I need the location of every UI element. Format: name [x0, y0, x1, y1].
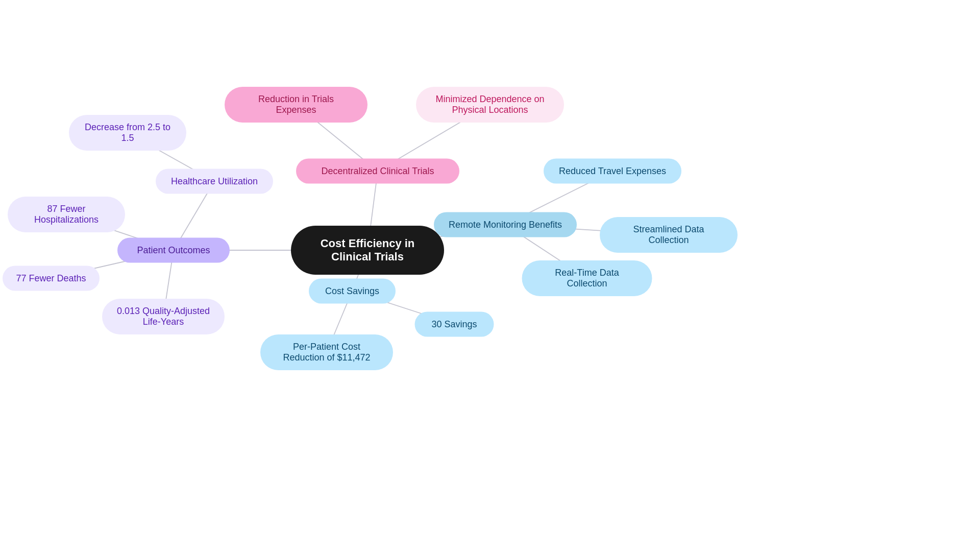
node-realtime: Real-Time Data Collection: [522, 260, 652, 296]
node-center: Cost Efficiency in Clinical Trials: [291, 226, 444, 275]
node-minimized_dependence: Minimized Dependence on Physical Locatio…: [416, 87, 564, 123]
node-remote_monitoring: Remote Monitoring Benefits: [434, 212, 577, 237]
node-label-streamlined: Streamlined Data Collection: [612, 224, 725, 246]
node-label-realtime: Real-Time Data Collection: [534, 268, 640, 289]
node-fewer_deaths: 77 Fewer Deaths: [3, 266, 100, 291]
node-label-decentralized: Decentralized Clinical Trials: [321, 166, 434, 177]
node-label-minimized_dependence: Minimized Dependence on Physical Locatio…: [428, 94, 552, 115]
node-label-cost_savings: Cost Savings: [325, 286, 379, 297]
node-patient_outcomes: Patient Outcomes: [117, 238, 230, 263]
node-label-thirty_savings: 30 Savings: [431, 319, 477, 330]
node-label-remote_monitoring: Remote Monitoring Benefits: [449, 220, 562, 230]
node-reduced_travel: Reduced Travel Expenses: [544, 159, 681, 184]
node-reduction_trials: Reduction in Trials Expenses: [225, 87, 368, 123]
node-decentralized: Decentralized Clinical Trials: [296, 159, 459, 184]
node-label-reduction_trials: Reduction in Trials Expenses: [237, 94, 355, 115]
node-label-center: Cost Efficiency in Clinical Trials: [311, 237, 424, 263]
node-label-healthcare_util: Healthcare Utilization: [171, 176, 258, 187]
node-label-fewer_hosp: 87 Fewer Hospitalizations: [20, 204, 113, 225]
node-label-reduced_travel: Reduced Travel Expenses: [559, 166, 666, 177]
node-label-decrease: Decrease from 2.5 to 1.5: [81, 122, 174, 143]
connections-svg: [0, 0, 980, 553]
node-healthcare_util: Healthcare Utilization: [156, 169, 273, 194]
node-quality_life: 0.013 Quality-Adjusted Life-Years: [102, 299, 225, 334]
node-label-quality_life: 0.013 Quality-Adjusted Life-Years: [114, 306, 212, 327]
node-label-fewer_deaths: 77 Fewer Deaths: [16, 273, 86, 284]
node-decrease: Decrease from 2.5 to 1.5: [69, 115, 186, 151]
node-thirty_savings: 30 Savings: [415, 312, 494, 337]
node-streamlined: Streamlined Data Collection: [600, 217, 738, 253]
node-label-per_patient: Per-Patient Cost Reduction of $11,472: [273, 342, 381, 363]
node-label-patient_outcomes: Patient Outcomes: [137, 245, 210, 256]
node-fewer_hosp: 87 Fewer Hospitalizations: [8, 197, 125, 232]
node-cost_savings: Cost Savings: [309, 279, 396, 304]
node-per_patient: Per-Patient Cost Reduction of $11,472: [260, 334, 393, 370]
mind-map-container: Cost Efficiency in Clinical TrialsDecent…: [0, 0, 980, 553]
